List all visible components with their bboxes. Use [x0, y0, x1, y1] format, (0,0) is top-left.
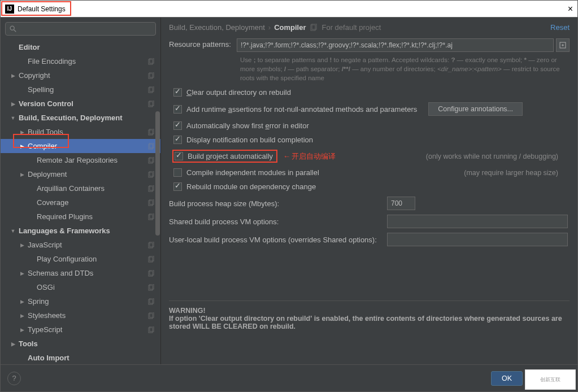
warning-block: WARNING! If option 'Clear output directo… — [169, 300, 570, 330]
search-input[interactable] — [5, 22, 156, 36]
build-auto-checkbox[interactable] — [175, 152, 183, 160]
sidebar-item-javascript[interactable]: ▶JavaScript — [1, 238, 160, 252]
sidebar-item-copyright[interactable]: ▶Copyright — [1, 68, 160, 82]
sidebar-item-editor[interactable]: Editor — [1, 40, 160, 54]
ok-button[interactable]: OK — [491, 371, 523, 386]
expand-patterns-button[interactable] — [556, 38, 570, 52]
app-icon: IJ — [5, 5, 14, 14]
copy-icon — [148, 143, 155, 150]
sidebar-item-schemas-and-dtds[interactable]: ▶Schemas and DTDs — [1, 266, 160, 280]
copy-icon — [148, 270, 155, 277]
search-icon — [9, 25, 17, 33]
help-button[interactable]: ? — [7, 372, 21, 385]
sidebar-item-label: Schemas and DTDs — [28, 269, 148, 277]
copy-icon — [148, 312, 155, 319]
configure-annotations-button[interactable]: Configure annotations... — [428, 102, 523, 116]
chevron-icon: ▶ — [19, 271, 25, 276]
chevron-icon: ▶ — [10, 101, 16, 107]
rebuild-dep-checkbox[interactable] — [173, 182, 182, 191]
sidebar-item-remote-jar-repositories[interactable]: Remote Jar Repositories — [1, 153, 160, 167]
heap-size-input[interactable] — [387, 197, 415, 210]
sidebar-item-label: Tools — [19, 339, 160, 348]
copy-icon — [310, 24, 318, 32]
sidebar-item-osgi[interactable]: OSGi — [1, 280, 160, 294]
sidebar-item-auto-import[interactable]: Auto Import — [1, 351, 160, 364]
sidebar-item-stylesheets[interactable]: ▶Stylesheets — [1, 308, 160, 323]
shared-vm-input[interactable] — [387, 215, 568, 228]
add-runtime-checkbox[interactable] — [173, 105, 182, 114]
reset-link[interactable]: Reset — [550, 23, 570, 32]
warning-body: If option 'Clear output directory on reb… — [169, 315, 562, 330]
sidebar-item-label: Build, Execution, Deployment — [19, 114, 160, 122]
sidebar-item-spring[interactable]: ▶Spring — [1, 294, 160, 308]
display-notif-checkbox[interactable] — [173, 136, 182, 144]
breadcrumb-part2: Compiler — [274, 23, 306, 32]
sidebar-item-tools[interactable]: ▶Tools — [1, 337, 160, 351]
copy-icon — [148, 101, 155, 107]
chevron-icon: ▶ — [19, 143, 25, 149]
copy-icon — [148, 242, 155, 249]
chevron-icon: ▶ — [19, 299, 25, 304]
sidebar-item-required-plugins[interactable]: Required Plugins — [1, 210, 160, 224]
sidebar-item-label: Compiler — [28, 142, 148, 150]
annotation-build-auto-box: Build project automatically — [172, 150, 277, 163]
sidebar-item-build-execution-deployment[interactable]: ▼Build, Execution, Deployment — [1, 111, 160, 125]
sidebar-item-deployment[interactable]: ▶Deployment — [1, 167, 160, 181]
chevron-icon: ▶ — [19, 313, 25, 319]
svg-rect-25 — [150, 242, 154, 247]
copy-icon — [148, 157, 155, 164]
copy-icon — [148, 58, 155, 65]
resource-patterns-input[interactable] — [237, 38, 554, 52]
svg-rect-12 — [149, 144, 153, 149]
user-vm-input[interactable] — [387, 233, 568, 246]
build-auto-note: (only works while not running / debuggin… — [426, 153, 558, 160]
add-runtime-label: Add runtime assertions for not-null-anno… — [186, 105, 417, 114]
sidebar-item-version-control[interactable]: ▶Version Control — [1, 97, 160, 111]
svg-rect-19 — [150, 185, 154, 190]
sidebar-item-label: Build Tools — [28, 128, 148, 136]
sidebar-item-coverage[interactable]: Coverage — [1, 195, 160, 210]
compile-parallel-checkbox[interactable] — [173, 168, 182, 177]
sidebar-item-label: Remote Jar Repositories — [37, 156, 148, 164]
svg-rect-34 — [149, 313, 153, 319]
sidebar-item-label: Auto Import — [28, 354, 160, 362]
sidebar-item-arquillian-containers[interactable]: Arquillian Containers — [1, 181, 160, 195]
clear-output-checkbox[interactable] — [173, 88, 182, 97]
sidebar-item-compiler[interactable]: ▶Compiler — [1, 139, 160, 153]
sidebar-item-spelling[interactable]: Spelling — [1, 82, 160, 97]
sidebar-item-file-encodings[interactable]: File Encodings — [1, 54, 160, 68]
sidebar-item-play-configuration[interactable]: Play Configuration — [1, 252, 160, 266]
svg-rect-8 — [149, 102, 153, 107]
svg-rect-23 — [150, 214, 154, 219]
copy-icon — [148, 326, 155, 333]
svg-rect-7 — [150, 86, 154, 92]
chevron-icon: ▼ — [10, 115, 16, 121]
sidebar-item-label: Play Configuration — [37, 255, 148, 263]
sidebar-item-label: TypeScript — [28, 325, 148, 334]
svg-rect-22 — [149, 215, 153, 220]
close-icon[interactable]: × — [568, 4, 573, 14]
settings-tree[interactable]: EditorFile Encodings▶CopyrightSpelling▶V… — [1, 38, 160, 364]
annotation-text: ←开启自动编译 — [283, 151, 336, 162]
copy-icon — [148, 298, 155, 305]
auto-error-checkbox[interactable] — [173, 121, 182, 130]
svg-rect-16 — [149, 172, 153, 177]
svg-rect-15 — [150, 157, 154, 162]
breadcrumb-hint: For default project — [322, 23, 381, 32]
sidebar-item-build-tools[interactable]: ▶Build Tools — [1, 125, 160, 139]
scrollbar[interactable] — [155, 38, 160, 364]
clear-output-label: Clear output directory on rebuild — [186, 88, 291, 97]
svg-rect-18 — [149, 186, 153, 191]
sidebar-item-label: Deployment — [28, 170, 148, 178]
sidebar-item-label: File Encodings — [28, 57, 148, 66]
sidebar-item-languages-frameworks[interactable]: ▼Languages & Frameworks — [1, 224, 160, 238]
breadcrumb: Build, Execution, Deployment › Compiler … — [169, 23, 570, 32]
user-vm-label: User-local build process VM options (ove… — [169, 236, 387, 244]
sidebar-item-typescript[interactable]: ▶TypeScript — [1, 323, 160, 337]
copy-icon — [148, 72, 155, 79]
resource-patterns-help: Use ; to separate patterns and ! to nega… — [240, 55, 570, 82]
heap-size-label: Build process heap size (Mbytes): — [169, 199, 387, 208]
auto-error-label: Automatically show first error in editor — [186, 121, 309, 130]
svg-rect-2 — [149, 59, 153, 64]
svg-rect-31 — [150, 284, 154, 289]
